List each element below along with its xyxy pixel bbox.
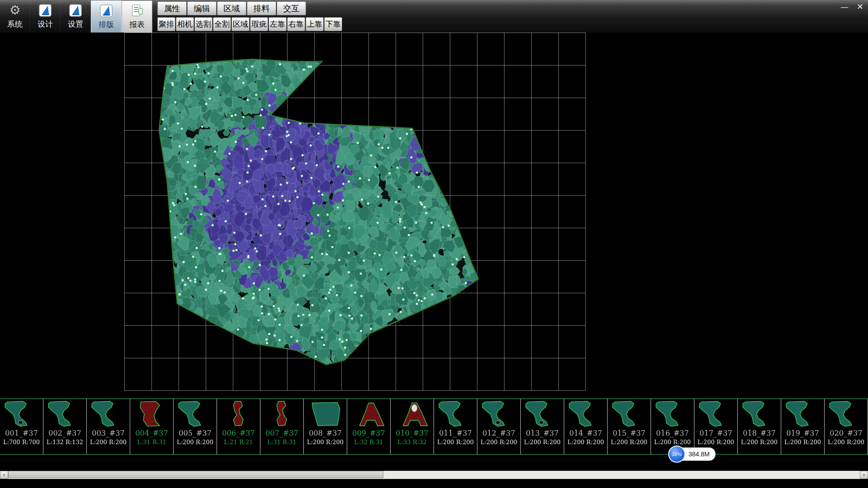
tab-nesting[interactable]: 排料 (247, 1, 276, 15)
menu-area: 属性 编辑 区域 排料 交互 聚排 相机 选割 全割 区域 瑕疵 左靠 右靠 上… (157, 0, 343, 31)
piece-thumb-008_#37[interactable]: 008_#37L:200 R:200 (304, 399, 347, 454)
tool-label: 区域 (233, 19, 248, 29)
nesting-canvas[interactable] (0, 33, 868, 399)
status-badge: 38% 384.8M (668, 446, 716, 463)
piece-label: 012_#37 (482, 429, 515, 437)
tab-region[interactable]: 区域 (217, 1, 246, 15)
piece-counts: L:200 R:200 (90, 439, 127, 446)
tab-label: 编辑 (194, 3, 210, 14)
pieces-strip[interactable]: 001_#37L:700 R:700002_#37L:132 R:132003_… (0, 399, 868, 455)
piece-shape (782, 400, 824, 428)
main-tab-layout[interactable]: 排版 (91, 0, 122, 33)
piece-thumb-013_#37[interactable]: 013_#37L:200 R:200 (521, 399, 564, 454)
piece-label: 002_#37 (48, 429, 81, 437)
tool-camera[interactable]: 相机 (176, 17, 194, 31)
main-tab-label: 报表 (129, 19, 145, 30)
main-tab-report[interactable]: 报表 (122, 0, 152, 33)
tool-cut-all[interactable]: 全割 (213, 17, 231, 31)
tab-label: 属性 (164, 3, 180, 14)
tool-select-cut[interactable]: 选割 (194, 17, 212, 31)
piece-thumb-003_#37[interactable]: 003_#37L:200 R:200 (87, 399, 130, 454)
scroll-track[interactable] (8, 471, 860, 479)
tool-defect[interactable]: 瑕疵 (250, 17, 268, 31)
piece-thumb-005_#37[interactable]: 005_#37L:200 R:200 (174, 399, 217, 454)
piece-label: 016_#37 (656, 429, 689, 437)
piece-thumb-009_#37[interactable]: 009_#37L:32 R:31 (347, 399, 391, 454)
piece-counts: L:200 R:200 (177, 439, 213, 446)
scroll-thumb[interactable] (8, 471, 383, 478)
tool-label: 选割 (196, 19, 211, 29)
main-tab-system[interactable]: ⚙ 系统 (0, 0, 30, 32)
piece-shape (478, 400, 520, 428)
tool-align-top[interactable]: 上靠 (306, 17, 324, 31)
tool-region[interactable]: 区域 (231, 17, 250, 31)
piece-shape (131, 400, 173, 428)
scroll-left-button[interactable]: ‹ (0, 471, 8, 479)
piece-counts: L:33 R:32 (397, 439, 426, 446)
piece-label: 011_#37 (439, 429, 472, 437)
tool-align-right[interactable]: 右靠 (287, 17, 305, 31)
piece-shape (44, 400, 86, 428)
piece-counts: L:200 R:200 (437, 439, 474, 446)
piece-thumb-010_#37[interactable]: 010_#37L:33 R:32 (391, 399, 434, 454)
tool-label: 右靠 (288, 19, 304, 29)
piece-thumb-015_#37[interactable]: 015_#37L:200 R:200 (608, 399, 651, 454)
piece-shape (739, 400, 780, 428)
piece-shape (435, 400, 476, 428)
piece-counts: L:200 R:200 (611, 439, 647, 446)
piece-counts: L:200 R:200 (654, 439, 691, 446)
piece-label: 009_#37 (352, 429, 385, 437)
piece-shape (305, 400, 346, 428)
tab-edit[interactable]: 编辑 (187, 1, 217, 15)
piece-counts: L:200 R:200 (567, 439, 604, 446)
piece-label: 015_#37 (613, 429, 645, 437)
piece-shape (88, 400, 129, 428)
piece-thumb-019_#37[interactable]: 019_#37L:200 R:200 (781, 399, 825, 454)
piece-thumb-020_#37[interactable]: 020_#37L:200 R:200 (825, 399, 868, 454)
piece-counts: L:31 R:31 (137, 439, 166, 446)
tool-align-bottom[interactable]: 下靠 (324, 17, 342, 31)
piece-label: 004_#37 (135, 429, 168, 437)
piece-thumb-007_#37[interactable]: 007_#37L:31 R:31 (260, 399, 304, 454)
main-tab-label: 排版 (99, 19, 114, 30)
piece-thumb-002_#37[interactable]: 002_#37L:132 R:132 (43, 399, 87, 454)
tool-label: 左靠 (270, 19, 285, 29)
tab-properties[interactable]: 属性 (157, 1, 187, 15)
piece-thumb-014_#37[interactable]: 014_#37L:200 R:200 (564, 399, 608, 454)
tab-interact[interactable]: 交互 (277, 1, 306, 15)
tab-label: 区域 (224, 3, 240, 14)
piece-thumb-011_#37[interactable]: 011_#37L:200 R:200 (434, 399, 477, 454)
piece-thumb-004_#37[interactable]: 004_#37L:31 R:31 (130, 399, 174, 454)
tool-label: 瑕疵 (251, 19, 267, 29)
piece-thumb-001_#37[interactable]: 001_#37L:700 R:700 (0, 399, 43, 454)
tool-cluster-nest[interactable]: 聚排 (157, 17, 175, 31)
piece-label: 006_#37 (222, 429, 255, 437)
horizontal-scrollbar[interactable]: ‹ › (0, 471, 868, 479)
minimize-button[interactable]: — (840, 3, 849, 11)
piece-shape (565, 400, 607, 428)
toolbar: ⚙ 系统 设计 设置 排版 (0, 0, 868, 33)
piece-counts: L:700 R:700 (3, 439, 40, 446)
piece-thumb-012_#37[interactable]: 012_#37L:200 R:200 (477, 399, 521, 454)
main-tab-settings[interactable]: 设置 (61, 0, 91, 32)
piece-shape (609, 400, 650, 428)
layout-icon (99, 4, 114, 18)
close-button[interactable]: ✕ (857, 3, 863, 11)
piece-counts: L:32 R:31 (354, 439, 383, 446)
tool-label: 全割 (214, 19, 230, 29)
piece-shape (261, 400, 303, 428)
design-icon (38, 3, 53, 18)
piece-counts: L:132 R:132 (47, 439, 83, 446)
main-tab-design[interactable]: 设计 (30, 0, 61, 32)
piece-thumb-018_#37[interactable]: 018_#37L:200 R:200 (738, 399, 781, 454)
main-tab-label: 设计 (38, 19, 53, 29)
piece-counts: L:200 R:200 (524, 439, 561, 446)
piece-counts: L:21 R:21 (224, 439, 253, 446)
tool-align-left[interactable]: 左靠 (269, 17, 287, 31)
piece-shape (695, 400, 737, 428)
piece-shape (175, 400, 216, 428)
piece-counts: L:200 R:200 (698, 439, 734, 446)
piece-label: 017_#37 (699, 429, 732, 437)
piece-thumb-006_#37[interactable]: 006_#37L:21 R:21 (217, 399, 260, 454)
scroll-right-button[interactable]: › (860, 471, 868, 479)
